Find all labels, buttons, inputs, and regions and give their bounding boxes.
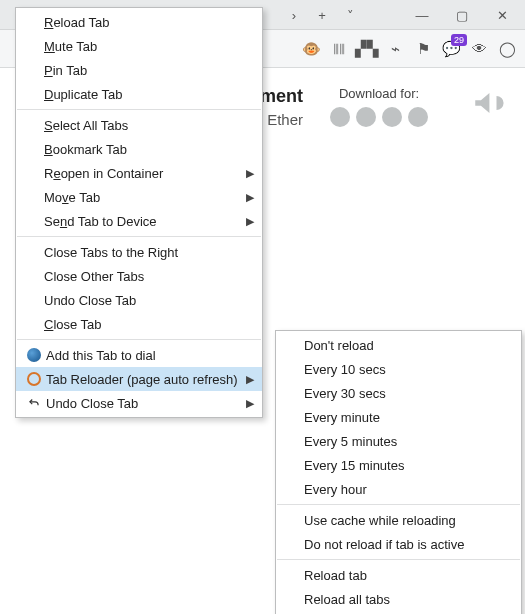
menu-item-label: Duplicate Tab <box>44 87 254 102</box>
menu-item-label: Move Tab <box>44 190 240 205</box>
download-for-block: Download for: <box>330 86 428 127</box>
menu-item-label: Reload all tabs <box>304 592 513 607</box>
menu-item-select-all-tabs[interactable]: Select All Tabs <box>16 113 262 137</box>
undo-icon <box>24 396 44 410</box>
browser-chrome-icon[interactable] <box>330 107 350 127</box>
download-for-label: Download for: <box>330 86 428 101</box>
menu-item-label: Reload Tab <box>44 15 254 30</box>
tab-reloader-submenu[interactable]: Don't reloadEvery 10 secsEvery 30 secsEv… <box>275 330 522 614</box>
menu-item-reopen-in-container[interactable]: Reopen in Container▶ <box>16 161 262 185</box>
menu-item-label: Bookmark Tab <box>44 142 254 157</box>
page-subtitle: Ether <box>260 111 303 128</box>
menu-item-every-30-secs[interactable]: Every 30 secs <box>276 381 521 405</box>
download-browser-icons <box>330 107 428 127</box>
browser-opera-icon[interactable] <box>382 107 402 127</box>
menu-item-label: Every 30 secs <box>304 386 513 401</box>
extension-eye-icon[interactable]: 👁 <box>469 39 489 59</box>
menu-item-undo-close-tab[interactable]: Undo Close Tab <box>16 288 262 312</box>
menu-item-every-5-minutes[interactable]: Every 5 minutes <box>276 429 521 453</box>
submenu-arrow-icon: ▶ <box>240 167 254 180</box>
menu-item-label: Every 15 minutes <box>304 458 513 473</box>
menu-item-don-t-reload[interactable]: Don't reload <box>276 333 521 357</box>
menu-item-tab-reloader-page-auto-refresh[interactable]: Tab Reloader (page auto refresh)▶ <box>16 367 262 391</box>
menu-item-label: Add this Tab to dial <box>46 348 254 363</box>
menu-separator <box>17 236 261 237</box>
page-title-block: ment Ether <box>260 86 303 128</box>
menu-item-label: Pin Tab <box>44 63 254 78</box>
menu-item-every-10-secs[interactable]: Every 10 secs <box>276 357 521 381</box>
menu-item-label: Close Tabs to the Right <box>44 245 254 260</box>
menu-item-every-hour[interactable]: Every hour <box>276 477 521 501</box>
menu-item-every-minute[interactable]: Every minute <box>276 405 521 429</box>
extension-spinner-icon[interactable]: ◯ <box>497 39 517 59</box>
window-close-button[interactable]: ✕ <box>493 8 511 23</box>
menu-item-label: Tab Reloader (page auto refresh) <box>46 372 240 387</box>
menu-item-do-not-reload-if-tab-is-active[interactable]: Do not reload if tab is active <box>276 532 521 556</box>
menu-item-label: Every 10 secs <box>304 362 513 377</box>
menu-separator <box>277 559 520 560</box>
menu-item-mute-tab[interactable]: Mute Tab <box>16 34 262 58</box>
menu-item-close-other-tabs[interactable]: Close Other Tabs <box>16 264 262 288</box>
window-minimize-button[interactable]: — <box>413 8 431 23</box>
window-maximize-button[interactable]: ▢ <box>453 8 471 23</box>
menu-item-close-tabs-to-the-right[interactable]: Close Tabs to the Right <box>16 240 262 264</box>
page-title: ment <box>260 86 303 107</box>
menu-item-reload-all-tabs[interactable]: Reload all tabs <box>276 587 521 611</box>
menu-item-pin-tab[interactable]: Pin Tab <box>16 58 262 82</box>
extension-monkey-icon[interactable]: 🐵 <box>301 39 321 59</box>
megaphone-icon <box>471 86 505 120</box>
extension-flag-icon[interactable]: ⚑ <box>413 39 433 59</box>
menu-item-send-tab-to-device[interactable]: Send Tab to Device▶ <box>16 209 262 233</box>
window-controls: — ▢ ✕ <box>413 0 521 30</box>
menu-item-label: Don't reload <box>304 338 513 353</box>
menu-item-label: Mute Tab <box>44 39 254 54</box>
menu-item-label: Close Other Tabs <box>44 269 254 284</box>
tab-list-dropdown-icon[interactable]: ˅ <box>342 8 358 23</box>
menu-item-label: Reopen in Container <box>44 166 240 181</box>
menu-item-close-tab[interactable]: Close Tab <box>16 312 262 336</box>
menu-item-label: Every hour <box>304 482 513 497</box>
menu-item-label: Undo Close Tab <box>44 293 254 308</box>
submenu-arrow-icon: ▶ <box>240 215 254 228</box>
menu-item-label: Every minute <box>304 410 513 425</box>
menu-item-move-tab[interactable]: Move Tab▶ <box>16 185 262 209</box>
submenu-arrow-icon: ▶ <box>240 397 254 410</box>
menu-item-bookmark-tab[interactable]: Bookmark Tab <box>16 137 262 161</box>
menu-item-every-15-minutes[interactable]: Every 15 minutes <box>276 453 521 477</box>
menu-item-reload-tab[interactable]: Reload Tab <box>16 10 262 34</box>
menu-item-label: Reload tab <box>304 568 513 583</box>
menu-item-use-cache-while-reloading[interactable]: Use cache while reloading <box>276 508 521 532</box>
menu-item-duplicate-tab[interactable]: Duplicate Tab <box>16 82 262 106</box>
tab-nav-next-icon[interactable]: › <box>286 8 302 23</box>
extension-rss-icon[interactable]: ⌁ <box>385 39 405 59</box>
messages-badge-count: 29 <box>451 34 467 46</box>
menu-item-label: Send Tab to Device <box>44 214 240 229</box>
menu-item-label: Select All Tabs <box>44 118 254 133</box>
menu-item-add-this-tab-to-dial[interactable]: Add this Tab to dial <box>16 343 262 367</box>
menu-item-label: Every 5 minutes <box>304 434 513 449</box>
menu-item-label: Use cache while reloading <box>304 513 513 528</box>
menu-separator <box>17 339 261 340</box>
menu-item-undo-close-tab[interactable]: Undo Close Tab▶ <box>16 391 262 415</box>
menu-item-reload-tab[interactable]: Reload tab <box>276 563 521 587</box>
submenu-arrow-icon: ▶ <box>240 191 254 204</box>
tab-context-menu[interactable]: Reload TabMute TabPin TabDuplicate TabSe… <box>15 7 263 418</box>
menu-separator <box>277 504 520 505</box>
menu-separator <box>17 109 261 110</box>
extension-equalizer-icon[interactable]: ⦀⦀ <box>329 39 349 59</box>
speed-dial-icon <box>24 348 44 362</box>
extension-messages-icon[interactable]: 💬 29 <box>441 39 461 59</box>
browser-edge-icon[interactable] <box>408 107 428 127</box>
extension-blocks-icon[interactable]: ▞▚ <box>357 39 377 59</box>
menu-item-label: Do not reload if tab is active <box>304 537 513 552</box>
menu-item-label: Close Tab <box>44 317 254 332</box>
menu-item-label: Undo Close Tab <box>46 396 240 411</box>
browser-firefox-icon[interactable] <box>356 107 376 127</box>
new-tab-button[interactable]: + <box>314 8 330 23</box>
submenu-arrow-icon: ▶ <box>240 373 254 386</box>
tabstrip-controls: › + ˅ <box>286 0 358 30</box>
tab-reloader-icon <box>24 372 44 386</box>
